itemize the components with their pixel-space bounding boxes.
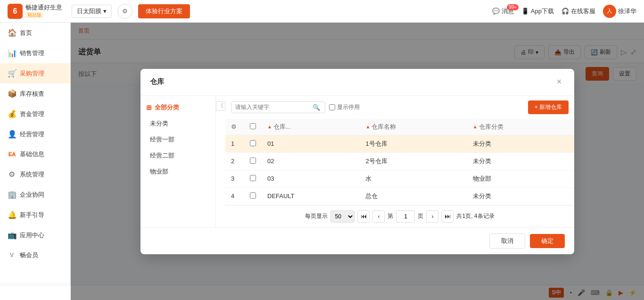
settings-btn[interactable]: ⚙: [117, 4, 132, 19]
table-row[interactable]: 1 01 1号仓库 未分类: [225, 135, 574, 152]
th-name: ▲ 仓库名称: [360, 119, 467, 135]
sidebar-item-member[interactable]: V 畅会员: [0, 245, 70, 265]
show-disabled-toggle[interactable]: 显示停用: [329, 103, 360, 111]
user-name: 徐泽华: [618, 7, 636, 16]
category-panel: ⊞ 全部分类 未分类 经营一部 经营二部 物业部: [140, 96, 216, 227]
sidebar-item-home[interactable]: 🏠 首页: [0, 23, 70, 43]
app-download[interactable]: 📱 App下载: [521, 7, 554, 16]
row-code: DEFAULT: [262, 187, 360, 205]
cancel-button[interactable]: 取消: [489, 233, 525, 249]
row-name: 水: [360, 170, 467, 187]
inventory-icon: 📦: [8, 89, 16, 98]
chevron-down-icon: ▾: [103, 8, 107, 15]
sort-name-icon: ▲: [365, 124, 370, 129]
row-code: 02: [262, 152, 360, 170]
sidebar-item-purchase[interactable]: 🛒 采购管理: [0, 63, 70, 83]
topbar: 6 畅捷通好生意 精品版 日太阳膜 ▾ ⚙ 体验行业方案 💬 消息 99+ 📱 …: [0, 0, 644, 23]
enterprise-icon: 🏢: [8, 190, 16, 199]
app-download-label: App下载: [531, 7, 554, 16]
modal-body: ⊞ 全部分类 未分类 经营一部 经营二部 物业部 《: [140, 96, 574, 227]
topbar-center: 日太阳膜 ▾ ⚙ 体验行业方案: [72, 4, 492, 19]
user-info[interactable]: 人 徐泽华: [603, 5, 636, 18]
bell-icon: 💬: [492, 8, 500, 15]
row-checkbox[interactable]: [244, 187, 262, 205]
headset-icon: 🎧: [561, 8, 569, 15]
sidebar-label-basic: 基础信息: [20, 150, 44, 158]
sales-icon: 📊: [8, 49, 16, 58]
topbar-right: 💬 消息 99+ 📱 App下载 🎧 在线客服 人 徐泽华: [492, 5, 636, 18]
sidebar-item-guide[interactable]: 🔔 新手引导: [0, 205, 70, 225]
row-category: 未分类: [467, 152, 574, 170]
table-container: ⚙ ▲ 仓库...: [225, 119, 574, 205]
sidebar-label-finance: 资金管理: [20, 110, 44, 118]
row-checkbox[interactable]: [244, 170, 262, 187]
first-page-btn[interactable]: ⏮: [357, 210, 370, 223]
table-row[interactable]: 4 DEFAULT 总仓 未分类: [225, 187, 574, 205]
phone-icon: 📱: [521, 8, 529, 15]
sidebar-label-appcenter: 应用中心: [20, 231, 44, 240]
collapse-panel-btn[interactable]: 《: [216, 101, 225, 111]
page-input[interactable]: [396, 210, 415, 223]
add-warehouse-btn[interactable]: + 新增仓库: [528, 100, 569, 114]
modal-close-btn[interactable]: ×: [553, 76, 565, 88]
row-name: 1号仓库: [360, 135, 467, 152]
main-layout: 🏠 首页 📊 销售管理 🛒 采购管理 📦 库存核查 💰 资金管理 👤 经营管理 …: [0, 23, 644, 300]
warehouse-modal: 仓库 × ⊞ 全部分类 未分类 经营一部 经营二部 物业部: [140, 69, 574, 254]
last-page-btn[interactable]: ⏭: [441, 210, 454, 223]
show-disabled-checkbox[interactable]: [329, 104, 335, 110]
search-input[interactable]: [235, 104, 311, 110]
sidebar-item-enterprise[interactable]: 🏢 企业协同: [0, 184, 70, 205]
sidebar-label-inventory: 库存核查: [20, 90, 44, 98]
trial-button[interactable]: 体验行业方案: [138, 4, 190, 18]
sidebar-item-operation[interactable]: 👤 经营管理: [0, 124, 70, 144]
modal-footer: 取消 确定: [140, 227, 574, 254]
category-item-dept1[interactable]: 经营一部: [140, 132, 215, 148]
home-icon: 🏠: [8, 28, 16, 37]
online-service[interactable]: 🎧 在线客服: [561, 7, 595, 16]
sidebar: 🏠 首页 📊 销售管理 🛒 采购管理 📦 库存核查 💰 资金管理 👤 经营管理 …: [0, 23, 71, 300]
sidebar-item-basic[interactable]: EA 基础信息: [0, 144, 70, 164]
sidebar-label-system: 系统管理: [20, 170, 44, 179]
next-page-btn[interactable]: ›: [426, 210, 438, 223]
th-category: ▲ 仓库分类: [467, 119, 574, 135]
modal-header: 仓库 ×: [140, 69, 574, 96]
table-row[interactable]: 3 03 水 物业部: [225, 170, 574, 187]
table-header-row: ⚙ ▲ 仓库...: [225, 119, 574, 135]
th-settings: ⚙: [225, 119, 244, 135]
brand-name: 畅捷通好生意: [25, 4, 62, 11]
all-categories-label: 全部分类: [155, 103, 179, 112]
table-row[interactable]: 2 02 2号仓库 未分类: [225, 152, 574, 170]
sidebar-item-finance[interactable]: 💰 资金管理: [0, 104, 70, 124]
select-all-checkbox[interactable]: [250, 123, 256, 129]
prev-page-btn[interactable]: ‹: [372, 210, 385, 223]
sidebar-item-sales[interactable]: 📊 销售管理: [0, 43, 70, 63]
category-item-dept2[interactable]: 经营二部: [140, 148, 215, 164]
row-category: 物业部: [467, 170, 574, 187]
basic-icon: EA: [8, 151, 16, 158]
modal-overlay: 仓库 × ⊞ 全部分类 未分类 经营一部 经营二部 物业部: [71, 23, 644, 300]
row-num: 4: [225, 187, 244, 205]
sidebar-item-system[interactable]: ⚙ 系统管理: [0, 164, 70, 184]
confirm-button[interactable]: 确定: [530, 234, 565, 248]
table-toolbar: 🔍 显示停用 + 新增仓库: [225, 96, 574, 119]
sidebar-item-appcenter[interactable]: 📺 应用中心: [0, 225, 70, 245]
notifications[interactable]: 💬 消息 99+: [492, 7, 514, 16]
category-item-unclassified[interactable]: 未分类: [140, 116, 215, 132]
row-name: 总仓: [360, 187, 467, 205]
sidebar-label-home: 首页: [20, 29, 32, 37]
sidebar-item-inventory[interactable]: 📦 库存核查: [0, 83, 70, 104]
page-size-label: 每页显示: [305, 212, 328, 220]
all-categories[interactable]: ⊞ 全部分类: [140, 100, 215, 116]
sidebar-label-sales: 销售管理: [20, 49, 44, 58]
finance-icon: 💰: [8, 109, 16, 118]
page-size-select[interactable]: 50 10 20 100: [330, 210, 355, 223]
store-selector[interactable]: 日太阳膜 ▾: [72, 5, 112, 18]
category-item-property[interactable]: 物业部: [140, 164, 215, 180]
row-checkbox[interactable]: [244, 135, 262, 152]
search-icon[interactable]: 🔍: [313, 104, 320, 111]
row-checkbox[interactable]: [244, 152, 262, 170]
row-num: 2: [225, 152, 244, 170]
operation-icon: 👤: [8, 130, 16, 139]
modal-title: 仓库: [150, 77, 164, 86]
show-disabled-label: 显示停用: [337, 103, 360, 111]
